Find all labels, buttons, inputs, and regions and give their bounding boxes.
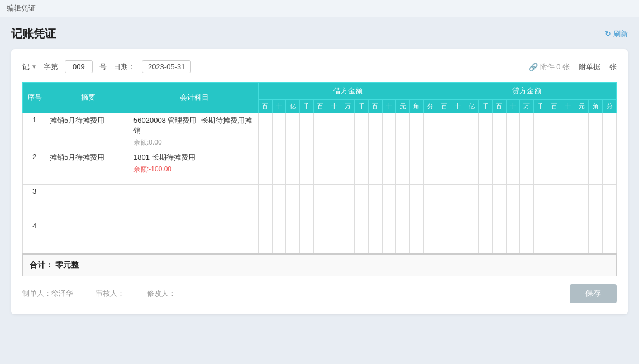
row-1-credit-10[interactable] bbox=[575, 150, 589, 185]
row-0-debit-11[interactable] bbox=[410, 113, 424, 150]
row-0-credit-4[interactable] bbox=[492, 113, 506, 150]
row-2-debit-5[interactable] bbox=[327, 185, 341, 219]
row-1-credit-8[interactable] bbox=[547, 150, 561, 185]
row-3-account[interactable] bbox=[130, 219, 259, 254]
row-0-debit-5[interactable] bbox=[327, 113, 341, 150]
row-2-debit-11[interactable] bbox=[410, 185, 424, 219]
row-1-credit-12[interactable] bbox=[603, 150, 617, 185]
row-0-credit-6[interactable] bbox=[520, 113, 534, 150]
row-1-summary[interactable]: 摊销5月待摊费用 bbox=[46, 150, 130, 185]
row-0-credit-8[interactable] bbox=[547, 113, 561, 150]
row-1-debit-5[interactable] bbox=[327, 150, 341, 185]
row-2-credit-5[interactable] bbox=[506, 185, 520, 219]
row-1-credit-2[interactable] bbox=[465, 150, 479, 185]
row-2-debit-7[interactable] bbox=[355, 185, 369, 219]
row-2-credit-12[interactable] bbox=[603, 185, 617, 219]
row-0-credit-5[interactable] bbox=[506, 113, 520, 150]
row-0-debit-2[interactable] bbox=[286, 113, 300, 150]
row-3-debit-3[interactable] bbox=[299, 219, 313, 254]
row-3-debit-7[interactable] bbox=[355, 219, 369, 254]
row-0-debit-4[interactable] bbox=[313, 113, 327, 150]
row-1-credit-3[interactable] bbox=[479, 150, 493, 185]
row-3-credit-7[interactable] bbox=[533, 219, 547, 254]
row-3-credit-6[interactable] bbox=[520, 219, 534, 254]
row-1-credit-0[interactable] bbox=[437, 150, 451, 185]
row-3-debit-1[interactable] bbox=[272, 219, 286, 254]
row-3-credit-1[interactable] bbox=[451, 219, 465, 254]
row-3-debit-10[interactable] bbox=[396, 219, 410, 254]
row-0-debit-0[interactable] bbox=[259, 113, 273, 150]
row-2-debit-9[interactable] bbox=[382, 185, 396, 219]
type-select[interactable]: 记 ▼ bbox=[22, 62, 37, 72]
row-2-credit-10[interactable] bbox=[575, 185, 589, 219]
row-1-credit-1[interactable] bbox=[451, 150, 465, 185]
row-1-debit-1[interactable] bbox=[272, 150, 286, 185]
attachment-button[interactable]: 🔗 附件 0 张 bbox=[528, 62, 570, 72]
row-3-debit-11[interactable] bbox=[410, 219, 424, 254]
row-2-credit-7[interactable] bbox=[533, 185, 547, 219]
row-3-debit-9[interactable] bbox=[382, 219, 396, 254]
row-0-account[interactable]: 56020008 管理费用_长期待摊费用摊销余额:0.00 bbox=[130, 113, 259, 150]
row-2-debit-4[interactable] bbox=[313, 185, 327, 219]
row-1-debit-11[interactable] bbox=[410, 150, 424, 185]
row-3-credit-9[interactable] bbox=[561, 219, 575, 254]
row-1-account[interactable]: 1801 长期待摊费用余额:-100.00 bbox=[130, 150, 259, 185]
row-2-credit-11[interactable] bbox=[589, 185, 603, 219]
save-button[interactable]: 保存 bbox=[570, 284, 617, 303]
row-0-credit-3[interactable] bbox=[479, 113, 493, 150]
row-0-debit-12[interactable] bbox=[423, 113, 437, 150]
row-0-summary[interactable]: 摊销5月待摊费用 bbox=[46, 113, 130, 150]
row-3-credit-4[interactable] bbox=[492, 219, 506, 254]
row-2-debit-12[interactable] bbox=[423, 185, 437, 219]
row-3-credit-12[interactable] bbox=[603, 219, 617, 254]
row-1-debit-4[interactable] bbox=[313, 150, 327, 185]
row-2-credit-6[interactable] bbox=[520, 185, 534, 219]
row-3-debit-5[interactable] bbox=[327, 219, 341, 254]
row-1-credit-6[interactable] bbox=[520, 150, 534, 185]
row-1-credit-9[interactable] bbox=[561, 150, 575, 185]
row-1-credit-11[interactable] bbox=[589, 150, 603, 185]
row-0-credit-1[interactable] bbox=[451, 113, 465, 150]
row-1-debit-0[interactable] bbox=[259, 150, 273, 185]
row-3-credit-8[interactable] bbox=[547, 219, 561, 254]
row-0-credit-10[interactable] bbox=[575, 113, 589, 150]
row-2-debit-0[interactable] bbox=[259, 185, 273, 219]
row-3-debit-0[interactable] bbox=[259, 219, 273, 254]
row-1-debit-12[interactable] bbox=[423, 150, 437, 185]
row-0-debit-1[interactable] bbox=[272, 113, 286, 150]
row-2-summary[interactable] bbox=[46, 185, 130, 219]
row-1-debit-9[interactable] bbox=[382, 150, 396, 185]
row-3-credit-5[interactable] bbox=[506, 219, 520, 254]
row-3-summary[interactable] bbox=[46, 219, 130, 254]
row-0-debit-8[interactable] bbox=[369, 113, 383, 150]
voucher-number[interactable]: 009 bbox=[65, 60, 93, 73]
row-2-credit-0[interactable] bbox=[437, 185, 451, 219]
row-3-credit-0[interactable] bbox=[437, 219, 451, 254]
row-2-debit-3[interactable] bbox=[299, 185, 313, 219]
row-0-credit-12[interactable] bbox=[603, 113, 617, 150]
row-3-credit-11[interactable] bbox=[589, 219, 603, 254]
row-2-credit-9[interactable] bbox=[561, 185, 575, 219]
row-2-credit-4[interactable] bbox=[492, 185, 506, 219]
row-0-credit-7[interactable] bbox=[533, 113, 547, 150]
single-doc-button[interactable]: 附单据 bbox=[579, 62, 600, 72]
row-0-debit-6[interactable] bbox=[341, 113, 355, 150]
row-3-debit-4[interactable] bbox=[313, 219, 327, 254]
row-0-debit-9[interactable] bbox=[382, 113, 396, 150]
row-2-debit-10[interactable] bbox=[396, 185, 410, 219]
row-0-credit-9[interactable] bbox=[561, 113, 575, 150]
row-2-debit-1[interactable] bbox=[272, 185, 286, 219]
row-1-debit-6[interactable] bbox=[341, 150, 355, 185]
row-2-credit-2[interactable] bbox=[465, 185, 479, 219]
row-3-debit-8[interactable] bbox=[369, 219, 383, 254]
row-1-credit-4[interactable] bbox=[492, 150, 506, 185]
row-2-debit-6[interactable] bbox=[341, 185, 355, 219]
row-0-credit-2[interactable] bbox=[465, 113, 479, 150]
row-1-debit-2[interactable] bbox=[286, 150, 300, 185]
row-2-credit-3[interactable] bbox=[479, 185, 493, 219]
row-3-debit-2[interactable] bbox=[286, 219, 300, 254]
row-1-debit-3[interactable] bbox=[299, 150, 313, 185]
row-2-credit-8[interactable] bbox=[547, 185, 561, 219]
row-2-credit-1[interactable] bbox=[451, 185, 465, 219]
row-3-credit-3[interactable] bbox=[479, 219, 493, 254]
